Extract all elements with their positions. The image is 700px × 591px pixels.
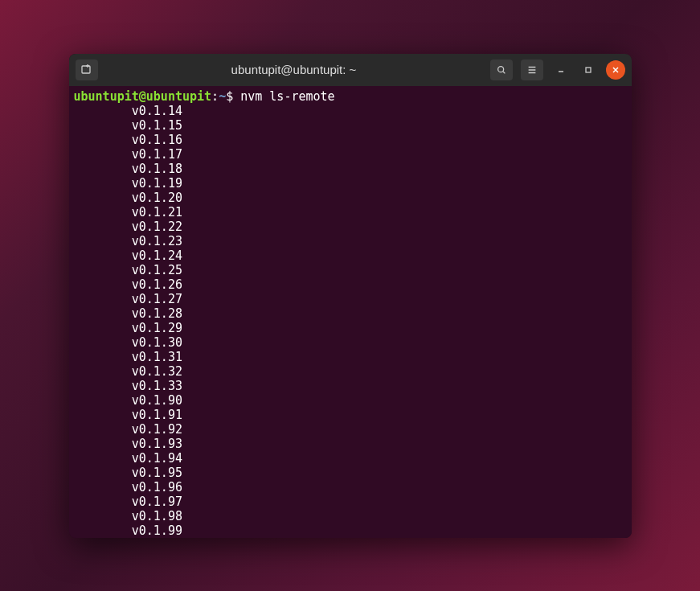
titlebar-controls	[490, 60, 625, 80]
output-line: v0.1.33	[74, 379, 627, 393]
output-line: v0.1.20	[74, 191, 627, 205]
prompt-path: ~	[219, 89, 226, 104]
terminal-window: ubuntupit@ubuntupit: ~	[69, 54, 632, 538]
svg-point-3	[497, 66, 503, 72]
output-line: v0.1.31	[74, 350, 627, 364]
output-container: v0.1.14 v0.1.15 v0.1.16 v0.1.17 v0.1.18 …	[74, 104, 627, 538]
window-title: ubuntupit@ubuntupit: ~	[103, 63, 485, 76]
output-line: v0.1.97	[74, 495, 627, 509]
output-line: v0.1.94	[74, 451, 627, 466]
output-line: v0.1.90	[74, 393, 627, 408]
output-line: v0.1.22	[74, 220, 627, 234]
svg-rect-9	[586, 68, 591, 72]
output-line: v0.1.32	[74, 364, 627, 379]
terminal-body[interactable]: ubuntupit@ubuntupit:~$ nvm ls-remote v0.…	[69, 86, 632, 538]
search-button[interactable]	[490, 60, 513, 80]
output-line: v0.1.99	[74, 523, 627, 538]
output-line: v0.1.18	[74, 162, 627, 176]
output-line: v0.1.21	[74, 205, 627, 220]
maximize-icon	[584, 66, 592, 74]
close-icon	[612, 66, 620, 74]
svg-line-4	[502, 71, 505, 73]
output-line: v0.1.24	[74, 248, 627, 263]
close-button[interactable]	[606, 60, 625, 80]
minimize-icon	[557, 66, 565, 74]
output-line: v0.1.98	[74, 509, 627, 523]
output-line: v0.1.19	[74, 176, 627, 191]
prompt-symbol: $	[226, 89, 240, 104]
prompt-user: ubuntupit@ubuntupit	[74, 89, 212, 104]
prompt-line: ubuntupit@ubuntupit:~$ nvm ls-remote	[74, 89, 627, 104]
output-line: v0.1.16	[74, 133, 627, 147]
output-line: v0.1.17	[74, 147, 627, 162]
new-tab-button[interactable]	[76, 60, 98, 80]
output-line: v0.1.93	[74, 437, 627, 451]
output-line: v0.1.23	[74, 234, 627, 248]
output-line: v0.1.95	[74, 466, 627, 480]
menu-button[interactable]	[521, 60, 543, 80]
prompt-colon: :	[211, 89, 219, 104]
minimize-button[interactable]	[551, 60, 571, 80]
hamburger-icon	[526, 64, 538, 76]
command-text: nvm ls-remote	[240, 89, 334, 104]
output-line: v0.1.29	[74, 321, 627, 335]
output-line: v0.1.26	[74, 277, 627, 292]
output-line: v0.1.91	[74, 408, 627, 422]
output-line: v0.1.92	[74, 422, 627, 437]
output-line: v0.1.30	[74, 335, 627, 350]
new-tab-icon	[80, 64, 93, 76]
output-line: v0.1.28	[74, 306, 627, 321]
titlebar: ubuntupit@ubuntupit: ~	[69, 54, 632, 86]
search-icon	[496, 64, 507, 76]
output-line: v0.1.14	[74, 104, 627, 118]
output-line: v0.1.96	[74, 480, 627, 495]
output-line: v0.1.15	[74, 118, 627, 133]
svg-rect-0	[82, 66, 90, 73]
output-line: v0.1.27	[74, 292, 627, 306]
output-line: v0.1.25	[74, 263, 627, 277]
maximize-button[interactable]	[579, 60, 598, 80]
